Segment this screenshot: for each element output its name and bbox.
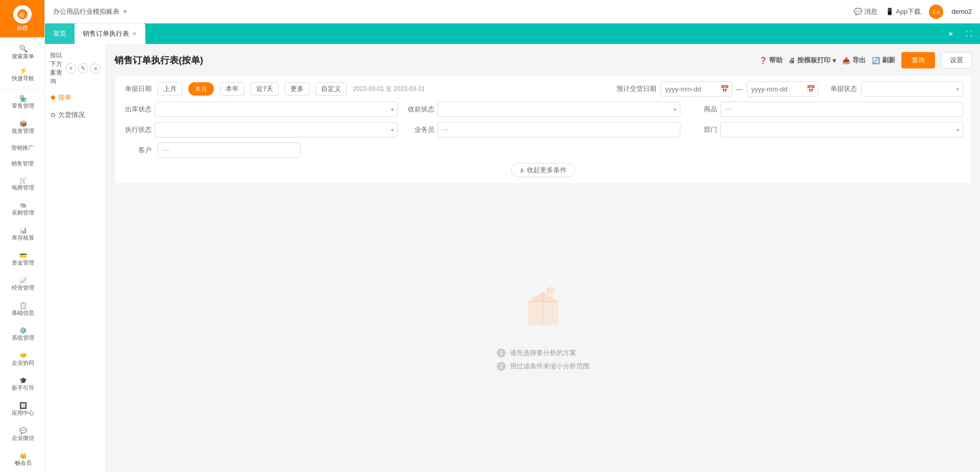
quicknav-label: 快捷导航 [12,75,34,82]
customer-label: 客户 [123,146,152,155]
sidebar-item-wholesale[interactable]: 📦 批发管理 [0,115,44,140]
search-menu-area: 🔍 搜索菜单 ⚡ 快捷导航 [0,37,44,90]
sidebar-sub-sales[interactable]: 销售管理 [0,156,44,172]
execution-label: 执行状态 [123,125,152,134]
date-btn-7days[interactable]: 近7天 [251,82,279,96]
shipment-select-wrap: ▾ [155,102,398,117]
expected-date-area: 预计交货日期 📅 — 📅 单据状态 ▾ [431,81,963,97]
sidebar-item-basic[interactable]: 📋 基础信息 [0,297,44,322]
refresh-btn[interactable]: 🔄 刷新 [872,56,895,65]
message-label: 消息 [864,7,877,16]
edit-icon: ✎ [81,65,86,72]
sidebar-item-retail[interactable]: 🏪 零售管理 [0,90,44,115]
user-avatar[interactable]: Ea [929,5,943,19]
department-select[interactable] [720,122,963,137]
left-panel-collapse-btn[interactable]: « [90,63,101,74]
product-input-area[interactable]: ··· [720,102,963,117]
search-menu-label: 搜索菜单 [12,53,34,60]
left-panel-item-debt[interactable]: 欠货情况 [45,106,106,124]
execution-cell: 执行状态 ▾ [123,122,398,137]
sidebar-item-finance[interactable]: 💳 资金管理 [0,247,44,272]
product-label: 商品 [689,105,717,114]
empty-illustration: ! [518,281,569,342]
print-icon: 🖨 [789,57,795,64]
tip2-text: 用过滤条件来缩小分析范围 [510,362,590,371]
tab-bar: 首页 销售订单执行表 ✕ ✕ ⛶ [45,23,980,44]
filter-section: 单据日期 上月 本月 本年 近7天 更多 自定义 2023-03-01 至 20… [114,75,972,184]
tab-bar-actions: ✕ ⛶ [943,27,980,41]
salesperson-input-area[interactable]: ··· [437,122,680,137]
settings-button[interactable]: 设置 [941,52,972,68]
app-download-btn[interactable]: 📱 App下载 [886,7,921,16]
basic-label: 基础信息 [12,309,34,317]
export-btn[interactable]: 📤 导出 [842,56,866,65]
end-date-cal-icon[interactable]: 📅 [806,85,815,93]
left-panel-header: 按以下方案查询 + ✎ « [45,48,106,89]
execution-select[interactable] [155,122,398,137]
retail-icon: 🏪 [19,95,27,102]
operation-label: 经营管理 [12,284,34,292]
tab-home[interactable]: 首页 [45,23,75,44]
sidebar-sub-marketing[interactable]: 营销推广 [0,140,44,156]
sidebar-quicknav-btn[interactable]: ⚡ 快捷导航 [3,63,41,85]
empty-tip-2: 2 用过滤条件来缩小分析范围 [497,362,590,371]
sidebar-item-operation[interactable]: 📈 经营管理 [0,272,44,297]
title-dropdown-icon[interactable]: ▾ [124,8,127,15]
top-header: 办公用品行业模拟账表 ▾ 💬 消息 📱 App下载 Ea demo2 [45,0,980,23]
template-print-btn[interactable]: 🖨 按模板打印 ▾ [789,56,836,65]
salesperson-dots: ··· [442,125,449,134]
press-active-dot [51,96,55,100]
sidebar-item-member[interactable]: 👑 畅会员 [0,447,44,472]
date-btn-custom[interactable]: 自定义 [315,82,347,96]
tab-sales-order[interactable]: 销售订单执行表 ✕ [75,23,145,44]
query-button[interactable]: 查询 [901,52,935,68]
app-logo: 橙 标橙 [0,0,44,37]
salesperson-label: 业务员 [406,125,434,134]
window-close-btn[interactable]: ✕ [943,27,958,41]
left-panel-item-press[interactable]: 按单 [45,89,106,106]
date-btn-more[interactable]: 更多 [285,82,309,96]
start-date-cal-icon[interactable]: 📅 [720,85,729,93]
app-title: 办公用品行业模拟账表 [53,7,119,16]
header-right: 💬 消息 📱 App下载 Ea demo2 [854,5,972,19]
tab-close-btn[interactable]: ✕ [132,31,137,37]
sidebar-item-guide[interactable]: 🎓 新手引导 [0,372,44,397]
left-panel-add-btn[interactable]: + [66,63,76,74]
execution-select-wrap: ▾ [155,122,398,137]
sidebar-item-enterprise[interactable]: 🤝 企业协同 [0,347,44,372]
sidebar-item-purchase[interactable]: 🛍 采购管理 [0,197,44,222]
customer-dots: ··· [162,146,169,155]
customer-input-area[interactable]: ··· [158,143,301,158]
content-area: 按以下方案查询 + ✎ « 按单 欠 [45,44,980,472]
help-btn[interactable]: ❓ 帮助 [759,56,782,65]
order-status-select[interactable] [861,81,963,97]
shipment-select[interactable] [155,102,398,117]
sales-label: 销售管理 [11,160,34,168]
window-expand-btn[interactable]: ⛶ [962,27,976,41]
collapse-area: ∧ 收起更多条件 [123,160,963,177]
date-btn-last-month[interactable]: 上月 [158,82,182,96]
sidebar-item-inventory[interactable]: 📊 库存核算 [0,222,44,247]
sidebar-item-wechat[interactable]: 💬 企业微信 [0,422,44,447]
sidebar-item-ecommerce[interactable]: 🛒 电商管理 [0,172,44,197]
end-date-wrap: 📅 [747,81,818,97]
left-panel-title: 按以下方案查询 [50,51,66,86]
page-title-text: 销售订单执行表(按单) [114,54,203,66]
collapse-more-btn[interactable]: ∧ 收起更多条件 [511,163,575,177]
wechat-label: 企业微信 [12,434,34,442]
payment-select[interactable] [437,102,680,117]
payment-select-wrap: ▾ [437,102,680,117]
date-btn-this-month[interactable]: 本月 [188,82,214,96]
finance-label: 资金管理 [12,259,34,267]
sidebar-search-btn[interactable]: 🔍 搜索菜单 [3,41,41,63]
sidebar-item-system[interactable]: ⚙️ 系统管理 [0,322,44,347]
add-icon: + [69,65,72,72]
date-btn-this-year[interactable]: 本年 [220,82,244,96]
logo-icon: 橙 [13,5,32,23]
message-btn[interactable]: 💬 消息 [854,7,877,16]
quicknav-icon: ⚡ [19,66,28,75]
download-icon: 📱 [886,8,894,15]
left-panel-edit-btn[interactable]: ✎ [78,63,88,74]
start-date-wrap: 📅 [660,81,732,97]
sidebar-item-appstore[interactable]: 🔲 应用中心 [0,397,44,422]
